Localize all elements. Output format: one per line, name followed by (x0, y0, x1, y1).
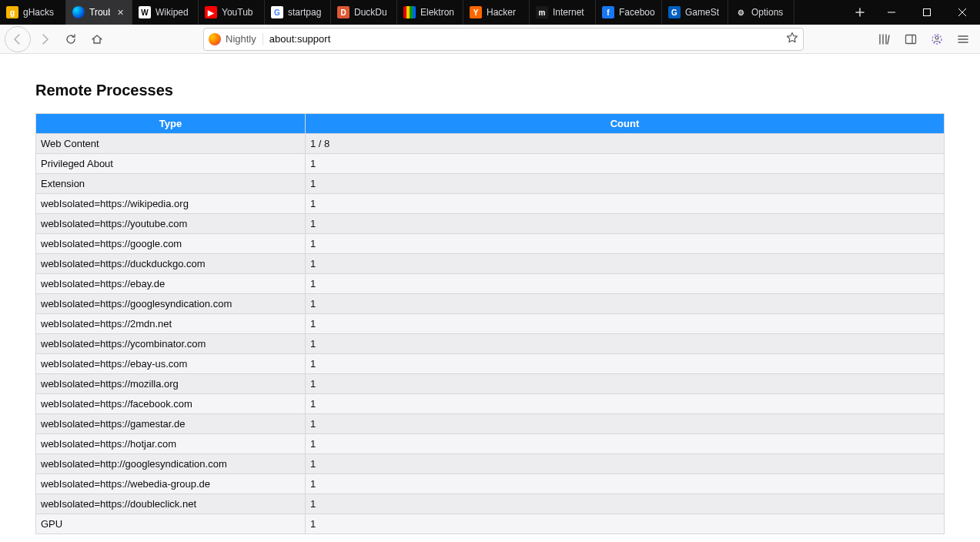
table-row: webIsolated=https://youtube.com1 (36, 214, 945, 234)
tab-label: Troubl (89, 7, 110, 18)
cell-type: webIsolated=http://googlesyndication.com (36, 454, 306, 474)
cell-count: 1 (306, 354, 945, 374)
cell-count: 1 (306, 174, 945, 194)
tab[interactable]: Troubl✕ (66, 0, 132, 25)
app-menu-button[interactable] (951, 27, 975, 52)
home-button[interactable] (85, 27, 109, 52)
url-bar[interactable]: Nightly about:support (203, 28, 804, 51)
table-row: GPU1 (36, 514, 945, 534)
sidebar-button[interactable] (898, 27, 923, 52)
cell-type: webIsolated=https://wikipedia.org (36, 194, 306, 214)
table-row: webIsolated=https://mozilla.org1 (36, 374, 945, 394)
tab[interactable]: fFaceboo (596, 0, 662, 25)
table-row: webIsolated=https://webedia-group.de1 (36, 474, 945, 494)
cell-type: Extension (36, 174, 306, 194)
favicon-icon (403, 6, 416, 18)
reload-button[interactable] (59, 27, 83, 52)
nav-toolbar: Nightly about:support (0, 25, 980, 54)
section-title: Remote Processes (35, 82, 945, 99)
window-minimize-button[interactable] (874, 0, 909, 25)
tab-close-icon[interactable]: ✕ (115, 7, 125, 18)
cell-count: 1 (306, 294, 945, 314)
cell-count: 1 (306, 274, 945, 294)
svg-point-3 (935, 36, 938, 39)
table-row: webIsolated=http://googlesyndication.com… (36, 454, 945, 474)
library-button[interactable] (872, 27, 897, 52)
favicon-icon: ▶ (205, 6, 217, 18)
cell-count: 1 (306, 474, 945, 494)
cell-count: 1 (306, 234, 945, 254)
forward-button[interactable] (32, 27, 57, 52)
tab[interactable]: DDuckDu (331, 0, 397, 25)
cell-type: webIsolated=https://hotjar.com (36, 434, 306, 454)
cell-type: webIsolated=https://googlesyndication.co… (36, 294, 306, 314)
tab-label: gHacks (23, 7, 59, 18)
bookmark-star-icon[interactable] (786, 32, 798, 46)
favicon-icon: G (668, 6, 681, 18)
favicon-icon (72, 6, 85, 18)
cell-type: webIsolated=https://gamestar.de (36, 414, 306, 434)
table-row: webIsolated=https://facebook.com1 (36, 394, 945, 414)
table-row: webIsolated=https://hotjar.com1 (36, 434, 945, 454)
favicon-icon: W (139, 6, 151, 18)
tab-label: startpag (288, 7, 324, 18)
tab-label: DuckDu (354, 7, 390, 18)
cell-type: webIsolated=https://ycombinator.com (36, 334, 306, 354)
cell-count: 1 (306, 154, 945, 174)
identity-box[interactable]: Nightly (209, 33, 263, 45)
tab[interactable]: Gstartpag (265, 0, 331, 25)
tab[interactable]: YHacker (463, 0, 530, 25)
cell-count: 1 (306, 434, 945, 454)
favicon-icon: ⚙ (734, 6, 747, 18)
tab[interactable]: ggHacks (0, 0, 66, 25)
favicon-icon: G (271, 6, 283, 18)
window-close-button[interactable] (945, 0, 980, 25)
tab[interactable]: mInternet (530, 0, 596, 25)
cell-type: Privileged About (36, 154, 306, 174)
cell-count: 1 (306, 514, 945, 534)
window-controls (874, 0, 980, 25)
table-row: webIsolated=https://ebay-us.com1 (36, 354, 945, 374)
profile-button[interactable] (925, 27, 949, 52)
cell-count: 1 (306, 494, 945, 514)
svg-rect-1 (906, 35, 916, 43)
window-maximize-button[interactable] (909, 0, 945, 25)
tab[interactable]: GGameSt (662, 0, 728, 25)
cell-count: 1 (306, 454, 945, 474)
column-header-type: Type (36, 114, 306, 134)
cell-type: webIsolated=https://webedia-group.de (36, 474, 306, 494)
cell-count: 1 (306, 394, 945, 414)
tab[interactable]: WWikiped (132, 0, 199, 25)
content-scroll-area[interactable]: Remote Processes Type Count Web Content1… (0, 54, 980, 542)
tab[interactable]: Elektron (397, 0, 463, 25)
tab-label: Internet (553, 7, 589, 18)
back-button[interactable] (5, 26, 31, 52)
cell-count: 1 (306, 214, 945, 234)
favicon-icon: g (6, 6, 18, 18)
cell-type: webIsolated=https://ebay.de (36, 274, 306, 294)
favicon-icon: Y (470, 6, 482, 18)
table-row: webIsolated=https://ycombinator.com1 (36, 334, 945, 354)
table-row: webIsolated=https://google.com1 (36, 234, 945, 254)
tab[interactable]: ▶YouTub (199, 0, 265, 25)
table-row: webIsolated=https://doubleclick.net1 (36, 494, 945, 514)
toolbar-right (872, 27, 975, 52)
cell-type: webIsolated=https://duckduckgo.com (36, 254, 306, 274)
favicon-icon: f (602, 6, 614, 18)
table-row: webIsolated=https://wikipedia.org1 (36, 194, 945, 214)
titlebar: ggHacksTroubl✕WWikiped▶YouTubGstartpagDD… (0, 0, 980, 25)
column-header-count: Count (306, 114, 945, 134)
cell-type: GPU (36, 514, 306, 534)
cell-count: 1 (306, 314, 945, 334)
table-row: webIsolated=https://googlesyndication.co… (36, 294, 945, 314)
tab[interactable]: ⚙Options (728, 0, 794, 25)
cell-type: webIsolated=https://2mdn.net (36, 314, 306, 334)
new-tab-button[interactable] (846, 0, 874, 25)
url-text: about:support (269, 33, 780, 45)
table-row: webIsolated=https://gamestar.de1 (36, 414, 945, 434)
page-content: Remote Processes Type Count Web Content1… (0, 54, 980, 542)
tab-strip: ggHacksTroubl✕WWikiped▶YouTubGstartpagDD… (0, 0, 846, 25)
tab-label: GameSt (685, 7, 721, 18)
table-row: webIsolated=https://ebay.de1 (36, 274, 945, 294)
cell-count: 1 (306, 334, 945, 354)
